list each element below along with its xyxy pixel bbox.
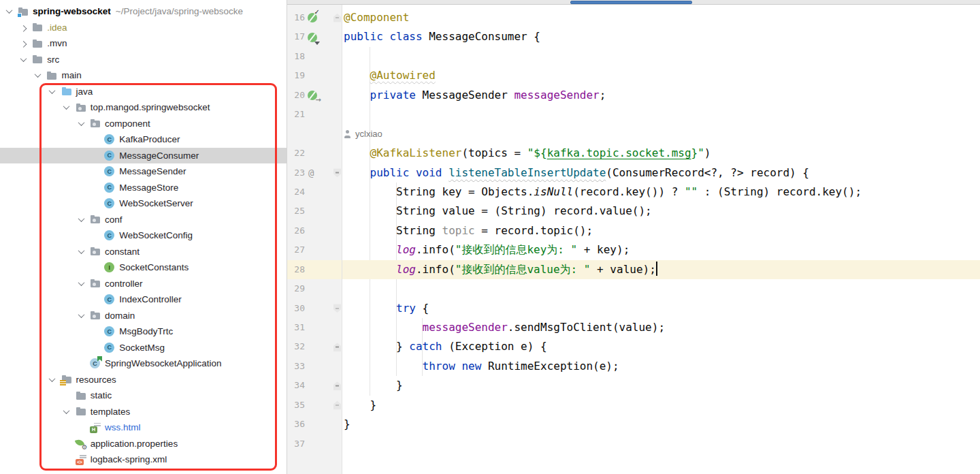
tree-item-constant[interactable]: constant <box>0 244 287 260</box>
code-line-34[interactable]: 34 } <box>287 376 980 395</box>
code-line-25[interactable]: 25 String value = (String) record.value(… <box>287 202 980 221</box>
tree-item-websocketconfig[interactable]: CWebSocketConfig <box>0 227 287 244</box>
tree-item-messagesender[interactable]: CMessageSender <box>0 163 287 180</box>
editor-top-scrollbar-thumb[interactable] <box>570 1 692 5</box>
tree-item-idea[interactable]: .idea <box>0 20 287 36</box>
spring-bean-gutter-icon[interactable]: → <box>308 91 317 100</box>
code-line-28[interactable]: 28 log.info("接收到的信息value为: " + value); <box>287 260 980 279</box>
annotation-gutter-icon[interactable]: @ <box>308 163 314 183</box>
code-line-23[interactable]: 23@ public void listeneTableInsertUpdate… <box>287 163 980 183</box>
chevron-down-icon[interactable] <box>33 71 42 80</box>
tree-item-templates[interactable]: templates <box>0 404 287 420</box>
tree-item-socketconstants[interactable]: ISocketConstants <box>0 259 287 276</box>
tree-item-msgbodytrtc[interactable]: CMsgBodyTrtc <box>0 323 287 340</box>
author-person-icon <box>344 130 351 138</box>
code-text: log.info("接收到的信息value为: " + value); <box>342 260 980 279</box>
code-line-22[interactable]: 22 @KafkaListener(topics = "${kafka.topi… <box>287 144 980 163</box>
tree-item-kafkaproducer[interactable]: CKafkaProducer <box>0 131 287 148</box>
line-number: 28 <box>287 260 305 279</box>
code-lines[interactable]: 16✓@Component17public class MessageConsu… <box>287 8 980 454</box>
tree-item-top-mangod-springwebsocket[interactable]: top.mangod.springwebsocket <box>0 99 287 116</box>
chevron-down-icon[interactable] <box>18 54 28 64</box>
tree-item-domain[interactable]: domain <box>0 308 287 324</box>
tree-item-src[interactable]: src <box>0 52 287 68</box>
code-line-37[interactable]: 37 <box>287 434 980 454</box>
code-line-18[interactable]: 18 <box>287 47 980 66</box>
line-number: 22 <box>287 144 305 163</box>
tree-item-conf[interactable]: conf <box>0 212 287 228</box>
code-line-20[interactable]: 20→ private MessageSender messageSender; <box>287 86 980 105</box>
class-icon: C <box>104 183 114 193</box>
tree-item-main[interactable]: main <box>0 67 287 84</box>
chevron-down-icon[interactable] <box>62 103 71 112</box>
spring-properties-icon: ⚙ <box>76 438 87 449</box>
tree-item-socketmsg[interactable]: CSocketMsg <box>0 340 287 356</box>
code-line-16[interactable]: 16✓@Component <box>287 8 980 27</box>
code-line-21[interactable]: 21 <box>287 105 980 124</box>
tree-item-indexcontroller[interactable]: CIndexController <box>0 291 287 308</box>
tree-item-messageconsumer[interactable]: CMessageConsumer <box>0 148 287 164</box>
tree-item-logback-spring-xml[interactable]: <>logback-spring.xml <box>0 452 287 468</box>
tree-item-component[interactable]: component <box>0 116 287 132</box>
chevron-down-icon[interactable] <box>48 86 57 96</box>
tree-item-mvn[interactable]: .mvn <box>0 35 287 52</box>
tree-item-messagestore[interactable]: CMessageStore <box>0 180 287 196</box>
fold-marker-up-icon[interactable] <box>333 400 341 409</box>
tree-item-java[interactable]: java <box>0 84 287 100</box>
chevron-down-icon[interactable] <box>4 7 14 16</box>
editor-pane[interactable]: 16✓@Component17public class MessageConsu… <box>287 0 980 474</box>
code-line-26[interactable]: 26 String topic = record.topic(); <box>287 221 980 240</box>
fold-marker-down-icon[interactable] <box>333 168 341 177</box>
token-str: "接收到的信息value为: " <box>455 263 591 276</box>
fold-marker-down-icon[interactable] <box>333 304 341 313</box>
code-line-29[interactable]: 29 <box>287 279 980 298</box>
code-line-31[interactable]: 31 messageSender.sendMsgToClient(value); <box>287 318 980 337</box>
author-inlay-row[interactable]: yclxiao <box>287 125 980 144</box>
chevron-down-icon[interactable] <box>76 247 86 256</box>
chevron-down-icon[interactable] <box>76 279 86 288</box>
tree-item-label: IndexController <box>119 291 182 308</box>
fold-marker-up-icon[interactable] <box>333 343 341 351</box>
fold-marker-up-icon[interactable] <box>333 14 341 22</box>
code-line-17[interactable]: 17public class MessageConsumer { <box>287 27 980 46</box>
chevron-right-icon[interactable] <box>18 22 28 32</box>
tree-item-label: constant <box>105 244 140 260</box>
spring-bean-gutter-icon[interactable]: ✓ <box>308 13 317 22</box>
tree-item-application-properties[interactable]: ⚙application.properties <box>0 436 287 452</box>
token-kw: try <box>396 302 416 315</box>
code-line-24[interactable]: 24 String key = Objects.isNull(record.ke… <box>287 183 980 202</box>
tree-item-controller[interactable]: controller <box>0 276 287 292</box>
navigate-right-overlay-icon: → <box>316 96 321 104</box>
code-line-33[interactable]: 33 throw new RuntimeException(e); <box>287 357 980 376</box>
code-line-32[interactable]: 32 } catch (Exception e) { <box>287 337 980 356</box>
tree-item-label: MessageSender <box>119 163 186 180</box>
code-line-36[interactable]: 36} <box>287 415 980 434</box>
tree-item-springwebsocketapplication[interactable]: CSpringWebsocketApplication <box>0 356 287 372</box>
token-log: log <box>396 263 416 276</box>
editor-top-scrollbar-track[interactable] <box>287 0 980 5</box>
tree-item-label: .idea <box>47 20 67 36</box>
tree-item-label: KafkaProducer <box>119 131 180 148</box>
tree-item-label: spring-websocket <box>33 3 111 20</box>
tree-item-websocketserver[interactable]: CWebSocketServer <box>0 195 287 212</box>
spring-bean-gutter-icon[interactable] <box>308 33 317 42</box>
code-line-30[interactable]: 30 try { <box>287 299 980 318</box>
code-line-35[interactable]: 35 } <box>287 396 980 415</box>
code-line-27[interactable]: 27 log.info("接收到的信息key为: " + key); <box>287 240 980 259</box>
tree-item-spring-websocket[interactable]: spring-websocket~/Project/java/spring-we… <box>0 3 287 20</box>
chevron-down-icon[interactable] <box>76 118 86 128</box>
token-str: "${ <box>527 146 547 159</box>
tree-item-resources[interactable]: resources <box>0 372 287 388</box>
chevron-down-icon[interactable] <box>48 375 57 384</box>
token-plain <box>344 146 370 159</box>
code-line-19[interactable]: 19 @Autowired <box>287 66 980 85</box>
fold-marker-up-icon[interactable] <box>333 381 341 390</box>
folder-icon <box>46 70 58 81</box>
chevron-down-icon[interactable] <box>62 407 71 416</box>
chevron-right-icon[interactable] <box>18 39 28 48</box>
token-kw: private <box>370 89 416 101</box>
tree-item-static[interactable]: static <box>0 388 287 404</box>
tree-item-wss-html[interactable]: Hwss.html <box>0 420 287 436</box>
chevron-down-icon[interactable] <box>76 215 86 224</box>
chevron-down-icon[interactable] <box>76 311 86 320</box>
